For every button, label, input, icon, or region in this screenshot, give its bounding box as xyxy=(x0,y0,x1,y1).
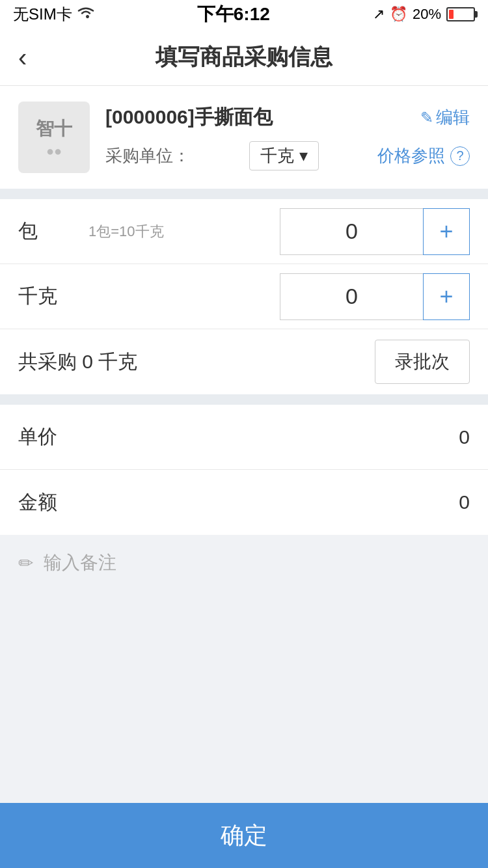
status-left: 无SIM卡 xyxy=(13,4,94,25)
note-section[interactable]: ✏ 输入备注 xyxy=(0,535,488,756)
alarm-icon: ⏰ xyxy=(390,6,407,23)
unit-value: 千克 xyxy=(260,144,294,167)
nav-bar: ‹ 填写商品采购信息 xyxy=(0,29,488,86)
battery-fill xyxy=(449,10,454,19)
status-right: ↗ ⏰ 20% xyxy=(373,6,475,23)
kg-label: 千克 xyxy=(18,283,83,310)
unit-select[interactable]: 千克 ▾ xyxy=(249,141,319,170)
amount-label: 金额 xyxy=(18,489,57,516)
edit-icon: ✎ xyxy=(420,109,433,127)
bag-input-row: 包 1包=10千克 + xyxy=(0,199,488,264)
wifi-icon xyxy=(77,5,94,23)
kg-quantity-input[interactable] xyxy=(280,273,423,320)
bag-plus-button[interactable]: + xyxy=(423,208,470,255)
page-title: 填写商品采购信息 xyxy=(156,42,332,72)
section-divider-2 xyxy=(0,394,488,405)
note-placeholder-text: 输入备注 xyxy=(44,550,116,575)
input-section: 包 1包=10千克 + 千克 + xyxy=(0,199,488,329)
pencil-icon: ✏ xyxy=(18,552,33,574)
edit-label: 编辑 xyxy=(436,106,470,129)
battery-icon xyxy=(446,7,475,21)
battery-label: 20% xyxy=(413,6,441,23)
location-icon: ↗ xyxy=(373,6,385,23)
status-time: 下午6:12 xyxy=(197,2,270,27)
product-info: [0000006]手撕面包 ✎ 编辑 采购单位： 千克 ▾ 价格参照 ? xyxy=(90,104,470,170)
unit-price-row: 单价 0 xyxy=(0,405,488,470)
back-button[interactable]: ‹ xyxy=(18,44,27,70)
bag-sublabel: 1包=10千克 xyxy=(88,222,280,241)
product-card: 智十 ●● [0000006]手撕面包 ✎ 编辑 采购单位： 千克 ▾ 价格参照… xyxy=(0,86,488,189)
kg-plus-button[interactable]: + xyxy=(423,273,470,320)
price-info-section: 单价 0 金额 0 xyxy=(0,405,488,535)
record-batch-button[interactable]: 录批次 xyxy=(375,340,470,384)
bag-input-right: + xyxy=(280,208,470,255)
kg-input-row: 千克 + xyxy=(0,264,488,329)
price-ref-help-icon: ? xyxy=(450,146,470,166)
carrier-label: 无SIM卡 xyxy=(13,4,72,25)
price-ref-button[interactable]: 价格参照 ? xyxy=(377,144,470,167)
price-ref-label: 价格参照 xyxy=(377,144,445,167)
unit-price-label: 单价 xyxy=(18,424,57,450)
status-bar: 无SIM卡 下午6:12 ↗ ⏰ 20% xyxy=(0,0,488,29)
product-name-row: [0000006]手撕面包 ✎ 编辑 xyxy=(105,104,470,131)
summary-row: 共采购 0 千克 录批次 xyxy=(0,329,488,394)
kg-input-right: + xyxy=(280,273,470,320)
amount-row: 金额 0 xyxy=(0,470,488,535)
unit-price-value: 0 xyxy=(459,426,470,448)
summary-text: 共采购 0 千克 xyxy=(18,349,137,375)
bag-label: 包 xyxy=(18,218,83,245)
confirm-button[interactable]: 确定 xyxy=(0,803,488,868)
product-name: [0000006]手撕面包 xyxy=(105,104,273,131)
note-placeholder: ✏ 输入备注 xyxy=(18,550,470,575)
dropdown-icon: ▾ xyxy=(299,146,308,166)
unit-label: 采购单位： xyxy=(105,144,190,167)
product-image: 智十 ●● xyxy=(18,102,90,173)
amount-value: 0 xyxy=(459,491,470,513)
product-image-logo: 智十 ●● xyxy=(36,116,72,159)
bag-quantity-input[interactable] xyxy=(280,208,423,255)
product-unit-row: 采购单位： 千克 ▾ 价格参照 ? xyxy=(105,141,470,170)
edit-button[interactable]: ✎ 编辑 xyxy=(420,106,470,129)
section-divider-1 xyxy=(0,189,488,199)
